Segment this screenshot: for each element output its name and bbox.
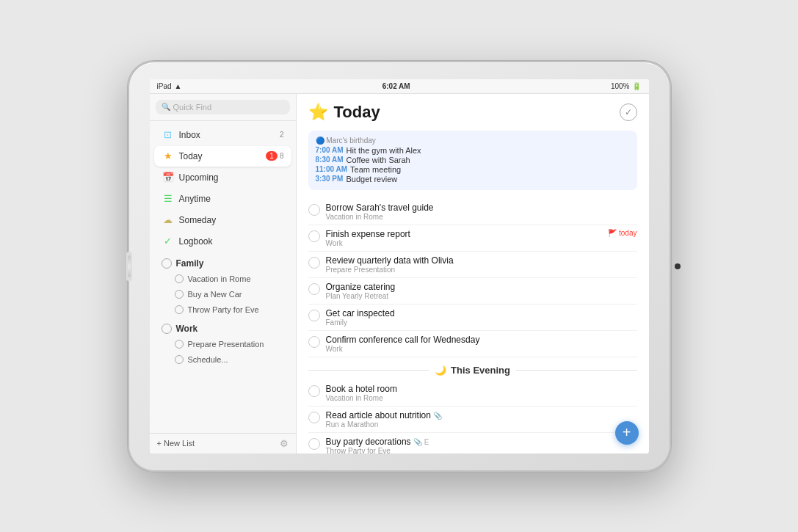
sidebar-item-prepare-presentation[interactable]: Prepare Presentation [154,337,291,351]
today-icon: ★ [162,150,175,163]
settings-icon[interactable]: ⚙ [280,438,289,449]
sidebar-item-schedule[interactable]: Schedule... [154,352,291,367]
cal-name-2: Team meeting [350,165,401,174]
inbox-icon: ⊡ [162,128,175,142]
attachment-icons-2: 📎 E [413,438,429,446]
task-content-0: Borrow Sarah's travel guide Vacation in … [326,203,637,221]
task-checkbox-4[interactable] [308,310,320,321]
today-label: Today [179,151,203,161]
sidebar-item-buy-car[interactable]: Buy a New Car [154,287,291,302]
search-input[interactable]: 🔍 Quick Find [156,100,290,114]
sidebar-item-today[interactable]: ★ Today 1 8 [154,146,291,167]
app-body: 🔍 Quick Find ⊡ Inbox 2 ★ Today [150,94,649,453]
task-subtitle-1: Work [326,239,603,247]
logbook-icon: ✓ [162,235,175,248]
work-section-icon [162,324,172,334]
birthday-event: 🔵 Marc's birthday [316,136,630,145]
task-checkbox-1[interactable] [308,230,320,242]
cal-time-0: 7:00 AM [316,146,344,154]
logbook-label: Logbook [179,236,213,247]
task-content-2: Review quarterly data with Olivia Prepar… [326,255,637,274]
sidebar-item-logbook[interactable]: ✓ Logbook [154,231,291,252]
cal-event-3: 3:30 PM Budget review [316,175,630,183]
sidebar-item-party-eve[interactable]: Throw Party for Eve [154,302,291,317]
status-bar: iPad ▲ 6:02 AM 100% 🔋 [150,79,649,94]
evening-task-0: Book a hotel room Vacation in Rome [308,380,637,407]
sidebar-bottom: + New List ⚙ [150,433,296,453]
task-checkbox-2[interactable] [308,257,320,269]
family-section-header: Family [154,252,291,271]
evening-checkbox-2[interactable] [308,438,320,450]
evening-title-0: Book a hotel room [326,384,637,394]
prepare-label: Prepare Presentation [188,340,264,349]
page-title: ⭐ Today [308,103,380,122]
moon-icon: 🌙 [435,365,446,376]
inbox-label: Inbox [179,130,200,140]
upcoming-label: Upcoming [179,172,219,183]
evening-checkbox-1[interactable] [308,412,320,423]
task-content-5: Confirm conference call for Wednesday Wo… [326,335,637,353]
sidebar-item-inbox[interactable]: ⊡ Inbox 2 [154,125,291,145]
task-0: Borrow Sarah's travel guide Vacation in … [308,199,637,225]
new-list-label: + New List [157,439,195,448]
task-content-1: Finish expense report Work [326,229,603,247]
handle-inner [128,255,131,277]
cal-time-1: 8:30 AM [316,156,344,164]
task-4: Get car inspected Family [308,305,637,331]
new-list-button[interactable]: + New List [157,439,195,448]
task-5: Confirm conference call for Wednesday Wo… [308,331,637,357]
right-dot [675,263,681,269]
circle-check-button[interactable]: ✓ [620,103,637,121]
task-subtitle-4: Family [326,318,637,327]
evening-title-2: Buy party decorations 📎 E [326,437,637,447]
evening-task-2: Buy party decorations 📎 E Throw Party fo… [308,433,637,453]
cal-name-1: Coffee with Sarah [347,156,410,164]
task-checkbox-0[interactable] [308,204,320,216]
today-badge: 1 [266,151,278,161]
task-checkbox-5[interactable] [308,336,320,348]
vacation-icon [175,274,184,283]
someday-label: Someday [179,215,217,225]
evening-title-1: Read article about nutrition 📎 [326,410,637,420]
flag-icon: 🚩 [608,229,617,237]
task-subtitle-5: Work [326,345,637,353]
left-handle [126,252,132,281]
status-time: 6:02 AM [382,82,410,90]
main-content[interactable]: ⭐ Today ✓ 🔵 Marc's birthday 7:00 AM Hit … [297,94,649,453]
status-left: iPad ▲ [157,82,182,90]
task-checkbox-3[interactable] [308,283,320,295]
evening-content-1: Read article about nutrition 📎 Run a Mar… [326,410,637,429]
cal-name-3: Budget review [347,175,398,183]
upcoming-icon: 📅 [162,171,175,184]
task-title-4: Get car inspected [326,308,637,318]
cal-event-2: 11:00 AM Team meeting [316,165,630,174]
cal-name-0: Hit the gym with Alex [347,146,421,155]
task-title-1: Finish expense report [326,229,603,239]
today-count: 8 [280,152,284,160]
task-title-2: Review quarterly data with Olivia [326,255,637,266]
sidebar-nav: ⊡ Inbox 2 ★ Today 1 8 📅 Upcoming [150,121,296,433]
divider-line-left [308,370,429,371]
sidebar-item-someday[interactable]: ☁ Someday [154,210,291,230]
schedule-label: Schedule... [188,355,228,364]
add-task-button[interactable]: + [615,421,639,445]
task-subtitle-0: Vacation in Rome [326,213,637,221]
task-subtitle-2: Prepare Presentation [326,266,637,274]
sidebar-item-vacation-rome[interactable]: Vacation in Rome [154,272,291,286]
family-section-icon [162,258,172,269]
schedule-icon [175,355,184,364]
evening-subtitle-2: Throw Party for Eve [326,447,637,453]
evening-checkbox-0[interactable] [308,385,320,397]
ipad-frame: iPad ▲ 6:02 AM 100% 🔋 🔍 Quick Find [128,61,671,472]
task-subtitle-3: Plan Yearly Retreat [326,292,637,300]
battery-label: 100% [611,82,630,90]
buy-car-icon [175,290,184,299]
sidebar-item-upcoming[interactable]: 📅 Upcoming [154,167,291,188]
buy-car-label: Buy a New Car [188,290,242,299]
cal-event-0: 7:00 AM Hit the gym with Alex [316,146,630,155]
party-eve-icon [175,305,184,314]
sidebar-item-anytime[interactable]: ☰ Anytime [154,189,291,209]
battery-icon: 🔋 [632,82,641,90]
task-3: Organize catering Plan Yearly Retreat [308,278,637,305]
divider-line-right [516,370,637,371]
